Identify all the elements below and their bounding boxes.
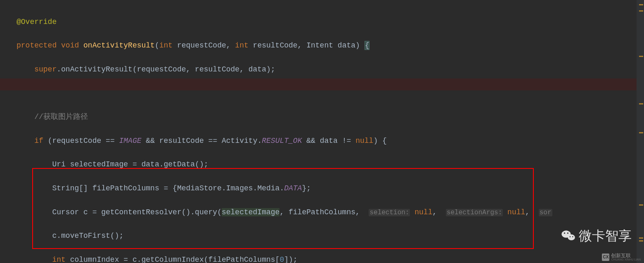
- watermark-wechat: 微卡智享: [561, 225, 632, 246]
- gutter-marker[interactable]: [639, 103, 643, 104]
- code-line: if (requestCode == IMAGE && resultCode =…: [17, 135, 644, 147]
- code-line: //获取图片路径: [17, 111, 644, 123]
- code-line: c.moveToFirst();: [17, 230, 644, 242]
- gutter-marker[interactable]: [639, 132, 643, 133]
- watermark-brand: CX 创新互联 CHUANG XINHU LIAN: [602, 253, 641, 261]
- gutter-marker[interactable]: [639, 204, 643, 206]
- code-line: @Override: [17, 16, 644, 28]
- svg-point-5: [572, 237, 573, 238]
- code-line: Cursor c = getContentResolver().query(se…: [17, 206, 644, 218]
- svg-point-1: [568, 235, 575, 240]
- gutter-marker[interactable]: [639, 240, 643, 242]
- code-line: [17, 88, 644, 100]
- svg-point-2: [564, 232, 565, 234]
- code-editor[interactable]: @Override protected void onActivityResul…: [0, 0, 644, 263]
- brace-open: {: [365, 41, 370, 50]
- gutter-marker[interactable]: [639, 10, 643, 12]
- editor-gutter-right[interactable]: [637, 0, 644, 263]
- code-line: int columnIndex = c.getColumnIndex(fileP…: [17, 254, 644, 263]
- gutter-marker[interactable]: [639, 56, 643, 57]
- annotation-override: @Override: [17, 18, 57, 26]
- code-line: protected void onActivityResult(int requ…: [17, 40, 644, 52]
- wechat-icon: [561, 228, 576, 244]
- gutter-marker[interactable]: [639, 4, 643, 5]
- code-line: Uri selectedImage = data.getData();: [17, 159, 644, 171]
- gutter-marker[interactable]: [639, 237, 643, 239]
- svg-point-4: [570, 237, 571, 238]
- svg-point-3: [567, 232, 568, 234]
- brand-icon: CX: [602, 254, 609, 261]
- code-line: String[] filePathColumns = {MediaStore.I…: [17, 182, 644, 194]
- code-line: super.onActivityResult(requestCode, resu…: [17, 64, 644, 76]
